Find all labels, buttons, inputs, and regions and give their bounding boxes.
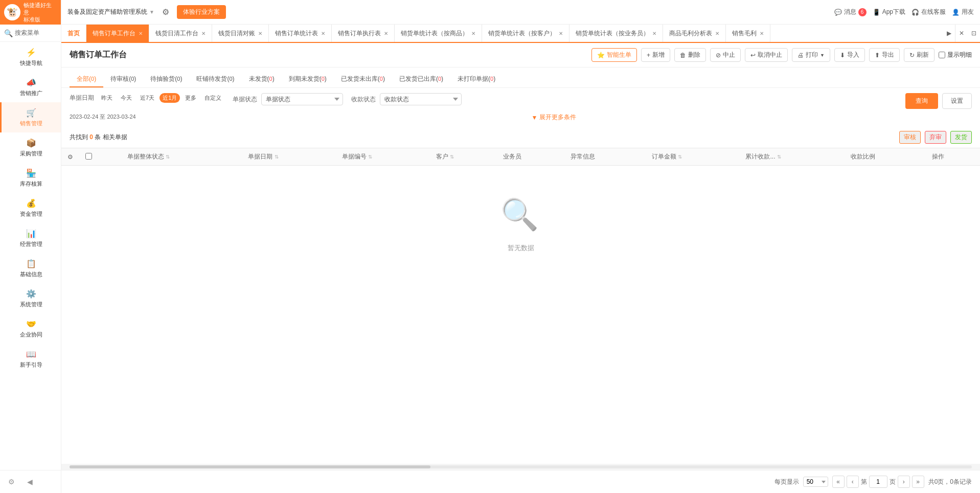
show-detail-checkbox[interactable] xyxy=(939,52,945,58)
last-page-btn[interactable]: » xyxy=(912,476,924,488)
filter-tab-shipped-not-out[interactable]: 已发货未出库(0) xyxy=(334,72,392,87)
sidebar-item-operations[interactable]: 📊 经营管理 xyxy=(0,223,61,253)
col-number[interactable]: 单据编号 ⇅ xyxy=(336,148,430,166)
prev-page-btn[interactable]: ‹ xyxy=(847,476,859,488)
first-page-btn[interactable]: « xyxy=(832,476,845,488)
filter-tab-wangpu-ship[interactable]: 旺铺待发货(0) xyxy=(189,72,241,87)
online-service-btn[interactable]: 🎧 在线客服 xyxy=(911,8,946,16)
col-amount[interactable]: 订单金额 ⇅ xyxy=(646,148,740,166)
tab-home[interactable]: 首页 xyxy=(61,25,86,42)
filter-tab-pending-inspect[interactable]: 待抽验货(0) xyxy=(143,72,189,87)
col-customer[interactable]: 客户 ⇅ xyxy=(430,148,497,166)
audit-btn[interactable]: 审核 xyxy=(899,131,921,144)
collapse-btn[interactable]: ◀ xyxy=(22,475,37,489)
sidebar-item-guide[interactable]: 📖 新手引导 xyxy=(0,344,61,374)
tab-sales-stats-customer[interactable]: 销货单统计表（按客户）✕ xyxy=(482,25,569,42)
tab-cash-daily[interactable]: 钱货日清工作台✕ xyxy=(149,25,212,42)
tab-close-sales-order-workbench[interactable]: ✕ xyxy=(139,31,143,36)
col-staff[interactable]: 业务员 xyxy=(497,148,564,166)
tab-close-cash-daily[interactable]: ✕ xyxy=(201,31,206,36)
export-btn[interactable]: ⬆ 导出 xyxy=(869,48,900,62)
date-btn-more[interactable]: 更多 xyxy=(182,93,199,103)
tab-scroll-right[interactable]: ▶ xyxy=(943,25,955,42)
tab-close-sales-gross[interactable]: ✕ xyxy=(760,31,764,36)
tab-close-sales-exec[interactable]: ✕ xyxy=(384,31,388,36)
tab-close-sales-stats-customer[interactable]: ✕ xyxy=(559,31,563,36)
filter-tab-shipped-out[interactable]: 已发货已出库(0) xyxy=(392,72,450,87)
sidebar-item-sales[interactable]: 🛒 销售管理 xyxy=(0,102,61,132)
print-btn[interactable]: 🖨 打印 ▼ xyxy=(792,48,830,62)
col-received[interactable]: 累计收款... ⇅ xyxy=(739,148,845,166)
tab-close-sales-order-stats[interactable]: ✕ xyxy=(321,31,325,36)
filter-tab-not-shipped[interactable]: 未发货(0) xyxy=(242,72,282,87)
message-btn[interactable]: 💬 消息 6 xyxy=(834,8,867,16)
app-download-btn[interactable]: 📱 App下载 xyxy=(873,8,905,16)
col-checkbox[interactable] xyxy=(79,148,121,166)
tab-close-sales-stats-staff[interactable]: ✕ xyxy=(652,31,656,36)
tab-cash-reconcile[interactable]: 钱货日清对账✕ xyxy=(212,25,269,42)
date-btn-7days[interactable]: 近7天 xyxy=(137,93,157,103)
tab-minimize[interactable]: ⊡ xyxy=(968,25,980,42)
user-btn[interactable]: 👤 用友 xyxy=(952,8,974,16)
tab-gross-profit[interactable]: 商品毛利分析表✕ xyxy=(663,25,726,42)
status-select[interactable]: 单据状态 xyxy=(261,93,343,105)
col-settings[interactable]: ⚙ xyxy=(61,148,79,166)
col-date[interactable]: 单据日期 ⇅ xyxy=(242,148,336,166)
filter-tab-overdue-not-shipped[interactable]: 到期未发货(0) xyxy=(282,72,334,87)
sidebar-item-quick-nav[interactable]: ⚡ 快捷导航 xyxy=(0,42,61,72)
tab-sales-stats-staff[interactable]: 销货单统计表（按业务员）✕ xyxy=(569,25,663,42)
add-btn[interactable]: + 新增 xyxy=(641,48,670,62)
refresh-btn[interactable]: ↻ 刷新 xyxy=(904,48,935,62)
show-detail-label[interactable]: 显示明细 xyxy=(939,51,972,59)
page-input[interactable] xyxy=(869,476,887,488)
settings-btn[interactable]: ⚙ xyxy=(4,475,18,489)
setting-btn[interactable]: 设置 xyxy=(942,93,972,109)
sidebar-item-enterprise[interactable]: 🤝 企业协同 xyxy=(0,313,61,344)
date-btn-custom[interactable]: 自定义 xyxy=(201,93,224,103)
sidebar-item-basic[interactable]: 📋 基础信息 xyxy=(0,253,61,283)
system-selector[interactable]: 装备及固定资产辅助管理系统 ▼ xyxy=(67,8,154,16)
industry-solution-btn[interactable]: 体验行业方案 xyxy=(177,5,226,19)
query-btn[interactable]: 查询 xyxy=(905,93,938,109)
date-btn-today[interactable]: 今天 xyxy=(118,93,135,103)
expand-icon: ▼ xyxy=(531,114,537,121)
date-btn-yesterday[interactable]: 昨天 xyxy=(98,93,116,103)
import-btn[interactable]: ⬇ 导入 xyxy=(834,48,865,62)
search-bar: 单据日期 昨天 今天 近7天 近1月 更多 自定义 单据状态 单据状态 xyxy=(61,88,980,111)
tab-close-gross-profit[interactable]: ✕ xyxy=(715,31,719,36)
tab-close-all[interactable]: ✕ xyxy=(955,25,968,42)
delete-btn[interactable]: 🗑 删除 xyxy=(674,48,706,62)
page-inner: 销售订单工作台 ⭐ 智能生单 + 新增 🗑 删除 ⊘ xyxy=(61,43,980,493)
next-page-btn[interactable]: › xyxy=(898,476,910,488)
sidebar-item-system[interactable]: ⚙️ 系统管理 xyxy=(0,283,61,313)
abandon-btn[interactable]: 弃审 xyxy=(925,131,946,144)
tab-close-sales-stats-product[interactable]: ✕ xyxy=(471,31,475,36)
cancel-stop-btn[interactable]: ↩ 取消中止 xyxy=(745,48,788,62)
sidebar-item-marketing[interactable]: 📣 营销推广 xyxy=(0,72,61,102)
tab-sales-order-workbench[interactable]: 销售订单工作台✕ xyxy=(86,25,149,42)
per-page-select[interactable]: 50 10 20 100 xyxy=(803,477,828,487)
smart-order-btn[interactable]: ⭐ 智能生单 xyxy=(591,48,637,62)
tab-sales-gross[interactable]: 销售毛利✕ xyxy=(726,25,770,42)
select-all-checkbox[interactable] xyxy=(85,153,92,160)
tab-sales-stats-product[interactable]: 销货单统计表（按商品）✕ xyxy=(395,25,482,42)
send-btn[interactable]: 发货 xyxy=(950,131,972,144)
stop-btn[interactable]: ⊘ 中止 xyxy=(710,48,741,62)
col-ratio: 收款比例 xyxy=(845,148,926,166)
topbar-gear[interactable]: ⚙ xyxy=(158,5,173,19)
sidebar-item-inventory[interactable]: 🏪 库存核算 xyxy=(0,163,61,193)
scroll-thumb[interactable] xyxy=(70,465,430,468)
filter-tab-all[interactable]: 全部(0) xyxy=(70,72,103,87)
filter-tab-not-printed[interactable]: 未打印单据(0) xyxy=(450,72,503,87)
sidebar-item-finance[interactable]: 💰 资金管理 xyxy=(0,193,61,223)
filter-tab-pending-review[interactable]: 待审核(0) xyxy=(103,72,143,87)
payment-select[interactable]: 收款状态 xyxy=(380,93,462,105)
search-menu[interactable]: 🔍 搜索菜单 xyxy=(0,25,61,42)
date-btn-1month[interactable]: 近1月 xyxy=(159,93,180,103)
tab-sales-exec[interactable]: 销售订单执行表✕ xyxy=(332,25,395,42)
tab-sales-order-stats[interactable]: 销售订单统计表✕ xyxy=(269,25,332,42)
sidebar-item-purchase[interactable]: 📦 采购管理 xyxy=(0,132,61,163)
scroll-bar[interactable] xyxy=(61,464,980,470)
expand-conditions-btn[interactable]: ▼ 展开更多条件 xyxy=(531,113,576,122)
tab-close-cash-reconcile[interactable]: ✕ xyxy=(258,31,262,36)
